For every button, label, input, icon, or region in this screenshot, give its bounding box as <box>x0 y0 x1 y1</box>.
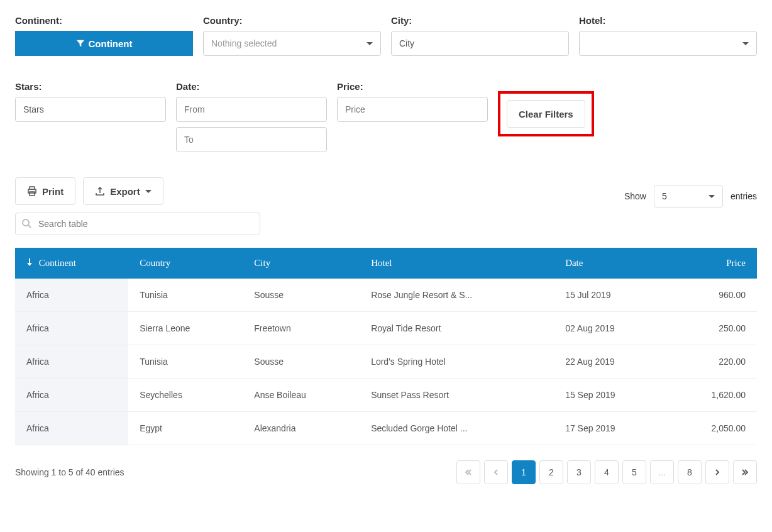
hotel-label: Hotel: <box>579 15 757 26</box>
cell-continent: Africa <box>15 379 128 412</box>
cell-price: 220.00 <box>668 345 757 379</box>
cell-continent: Africa <box>15 279 128 312</box>
chevrons-right-icon <box>741 468 749 476</box>
page-first <box>456 460 480 484</box>
col-city-label: City <box>254 258 270 268</box>
table-footer: Showing 1 to 5 of 40 entries 12345...8 <box>15 460 757 484</box>
show-entries-select[interactable]: 5 <box>654 185 723 208</box>
cell-country: Tunisia <box>128 279 243 312</box>
cell-country: Egypt <box>128 412 243 445</box>
print-button[interactable]: Print <box>15 177 75 205</box>
col-continent[interactable]: Continent <box>15 248 128 279</box>
filter-row-1: Continent: Continent Country: Nothing se… <box>15 15 757 56</box>
cell-price: 2,050.00 <box>668 412 757 445</box>
page-next[interactable] <box>705 460 729 484</box>
cell-hotel: Sunset Pass Resort <box>360 379 554 412</box>
print-label: Print <box>42 186 63 197</box>
cell-city: Sousse <box>243 279 360 312</box>
page-2[interactable]: 2 <box>539 460 563 484</box>
hotel-select[interactable] <box>579 31 757 56</box>
cell-hotel: Lord's Spring Hotel <box>360 345 554 379</box>
city-input-wrap[interactable] <box>391 31 569 56</box>
page-8[interactable]: 8 <box>678 460 702 484</box>
table-row[interactable]: AfricaTunisiaSousseLord's Spring Hotel22… <box>15 345 757 379</box>
col-date[interactable]: Date <box>554 248 668 279</box>
cell-country: Seychelles <box>128 379 243 412</box>
filter-row-2: Stars: Date: Price: Clear Filters <box>15 81 757 152</box>
country-select[interactable]: Nothing selected <box>203 31 381 56</box>
cell-price: 960.00 <box>668 279 757 312</box>
caret-down-icon <box>709 195 715 198</box>
cell-city: Sousse <box>243 345 360 379</box>
filter-price: Price: <box>337 81 488 122</box>
col-country[interactable]: Country <box>128 248 243 279</box>
table-row[interactable]: AfricaEgyptAlexandriaSecluded Gorge Hote… <box>15 412 757 445</box>
filter-city: City: <box>391 15 569 56</box>
export-button[interactable]: Export <box>83 177 163 205</box>
stars-input[interactable] <box>23 97 158 121</box>
cell-price: 1,620.00 <box>668 379 757 412</box>
col-city[interactable]: City <box>243 248 360 279</box>
table-row[interactable]: AfricaTunisiaSousseRose Jungle Resort & … <box>15 279 757 312</box>
continent-button-label: Continent <box>89 38 133 49</box>
entries-label: entries <box>731 191 757 201</box>
col-hotel[interactable]: Hotel <box>360 248 554 279</box>
cell-continent: Africa <box>15 412 128 445</box>
page-prev <box>484 460 508 484</box>
page-4[interactable]: 4 <box>595 460 619 484</box>
cell-hotel: Rose Jungle Resort & S... <box>360 279 554 312</box>
caret-down-icon <box>145 190 152 193</box>
cell-date: 15 Jul 2019 <box>554 279 668 312</box>
cell-date: 22 Aug 2019 <box>554 345 668 379</box>
date-from-input[interactable] <box>184 97 319 121</box>
page-last[interactable] <box>733 460 757 484</box>
city-label: City: <box>391 15 569 26</box>
search-table-input[interactable] <box>15 213 260 235</box>
cell-price: 250.00 <box>668 312 757 345</box>
page-3[interactable]: 3 <box>567 460 591 484</box>
price-input[interactable] <box>345 97 480 121</box>
table-show-controls: Show 5 entries <box>624 185 757 208</box>
chevron-right-icon <box>714 468 721 476</box>
table-header: Continent Country City Hotel Date Price <box>15 248 757 279</box>
show-label: Show <box>624 191 646 201</box>
table-row[interactable]: AfricaSeychellesAnse BoileauSunset Pass … <box>15 379 757 412</box>
search-icon <box>21 218 31 228</box>
cell-country: Tunisia <box>128 345 243 379</box>
col-price-label: Price <box>726 258 746 268</box>
cell-hotel: Secluded Gorge Hotel ... <box>360 412 554 445</box>
date-to-wrap[interactable] <box>176 127 327 152</box>
col-country-label: Country <box>140 258 170 268</box>
stars-input-wrap[interactable] <box>15 97 166 122</box>
date-label: Date: <box>176 81 327 92</box>
cell-city: Freetown <box>243 312 360 345</box>
clear-filters-button[interactable]: Clear Filters <box>507 100 585 128</box>
cell-city: Anse Boileau <box>243 379 360 412</box>
cell-hotel: Royal Tide Resort <box>360 312 554 345</box>
date-from-wrap[interactable] <box>176 97 327 122</box>
cell-city: Alexandria <box>243 412 360 445</box>
print-icon <box>27 186 37 196</box>
search-table-wrap <box>15 213 260 235</box>
date-to-input[interactable] <box>184 128 319 152</box>
col-price[interactable]: Price <box>668 248 757 279</box>
page-1[interactable]: 1 <box>512 460 536 484</box>
filter-country: Country: Nothing selected <box>203 15 381 56</box>
clear-filters-highlight-box: Clear Filters <box>498 91 594 136</box>
cell-date: 15 Sep 2019 <box>554 379 668 412</box>
continent-filter-button[interactable]: Continent <box>15 31 193 56</box>
page-5[interactable]: 5 <box>622 460 646 484</box>
svg-line-4 <box>28 225 31 228</box>
chevron-left-icon <box>492 468 500 476</box>
price-input-wrap[interactable] <box>337 97 488 122</box>
table-row[interactable]: AfricaSierra LeoneFreetownRoyal Tide Res… <box>15 312 757 345</box>
chevrons-left-icon <box>465 468 472 476</box>
cell-continent: Africa <box>15 345 128 379</box>
city-input[interactable] <box>399 31 561 55</box>
svg-point-3 <box>23 219 29 226</box>
caret-down-icon <box>367 42 373 45</box>
filter-stars: Stars: <box>15 81 166 122</box>
data-table: Continent Country City Hotel Date Price … <box>15 248 757 445</box>
country-label: Country: <box>203 15 381 26</box>
col-hotel-label: Hotel <box>371 258 392 268</box>
